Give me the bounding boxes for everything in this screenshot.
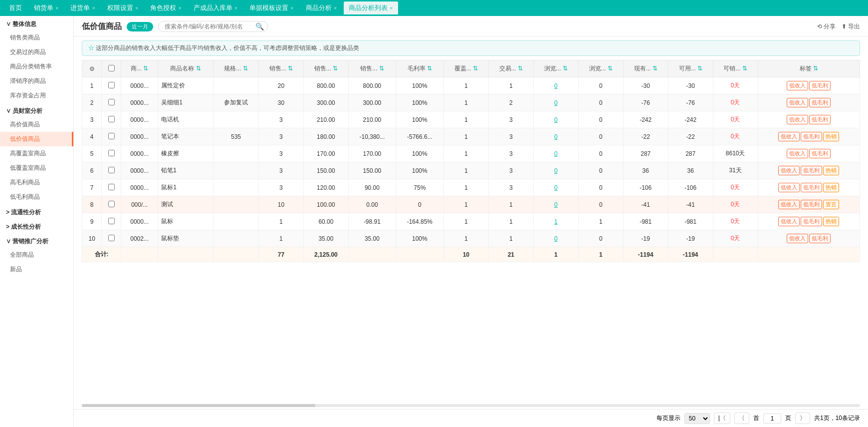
- col-tags[interactable]: 标签 ⇅: [758, 60, 860, 77]
- table-row: 6 0000... 铅笔1 3 150.00 150.00 100% 1 3 0…: [82, 162, 860, 179]
- row-checkbox[interactable]: [102, 145, 121, 162]
- col-checkbox[interactable]: [102, 60, 121, 77]
- row-name: 鼠标垫: [158, 230, 214, 247]
- col-s2[interactable]: 销售... ⇅: [303, 60, 348, 77]
- next-page-button[interactable]: 〉: [795, 413, 810, 424]
- horizontal-scrollbar[interactable]: [74, 402, 868, 409]
- row-cov: 1: [443, 111, 488, 128]
- row-gross: -5766.6...: [396, 128, 443, 145]
- sidebar-item-低价值商品[interactable]: 低价值商品: [0, 132, 73, 146]
- sidebar-item-交易过的商品[interactable]: 交易过的商品: [0, 45, 73, 59]
- row-stock1: -981: [623, 213, 668, 230]
- sidebar-item-高毛利商品[interactable]: 高毛利商品: [0, 175, 73, 190]
- sidebar-item-全部商品[interactable]: 全部商品: [0, 248, 73, 262]
- sidebar-group-> 成长性分析[interactable]: > 成长性分析: [0, 219, 73, 233]
- data-table: ⚙ 商... ⇅ 商品名称 ⇅ 规格... ⇅ 销售... ⇅ 销售... ⇅ …: [82, 60, 860, 262]
- nav-item-销货单[interactable]: 销货单×: [29, 1, 63, 14]
- sidebar-item-低毛利商品[interactable]: 低毛利商品: [0, 190, 73, 204]
- sidebar-item-商品分类销售率[interactable]: 商品分类销售率: [0, 59, 73, 74]
- row-s3: 0.00: [348, 196, 396, 213]
- sidebar-item-销售类商品[interactable]: 销售类商品: [0, 30, 73, 45]
- col-spec[interactable]: 规格... ⇅: [214, 60, 259, 77]
- close-icon[interactable]: ×: [290, 5, 293, 11]
- col-s3[interactable]: 销售... ⇅: [348, 60, 396, 77]
- sidebar-item-高价值商品[interactable]: 高价值商品: [0, 117, 73, 132]
- sidebar-group-∨ 员财室分析[interactable]: ∨ 员财室分析: [0, 103, 73, 117]
- row-checkbox[interactable]: [102, 230, 121, 247]
- col-gross[interactable]: 毛利率 ⇅: [396, 60, 443, 77]
- table-row: 9 0000... 鼠标 1 60.00 -98.91 -164.85% 1 1…: [82, 213, 860, 230]
- sidebar-item-低覆盖室商品[interactable]: 低覆盖室商品: [0, 161, 73, 175]
- prev-page-button[interactable]: 〈: [734, 413, 749, 424]
- row-checkbox[interactable]: [102, 111, 121, 128]
- nav-item-单据模板设置[interactable]: 单据模板设置×: [244, 1, 298, 14]
- col-settings[interactable]: ⚙: [82, 60, 102, 77]
- close-icon[interactable]: ×: [234, 5, 237, 11]
- table-wrap[interactable]: ⚙ 商... ⇅ 商品名称 ⇅ 规格... ⇅ 销售... ⇅ 销售... ⇅ …: [74, 60, 868, 402]
- search-icon[interactable]: 🔍: [255, 22, 264, 30]
- sidebar-group-> 流通性分析[interactable]: > 流通性分析: [0, 204, 73, 219]
- close-icon[interactable]: ×: [334, 5, 337, 11]
- sidebar-item-滞销序的商品[interactable]: 滞销序的商品: [0, 74, 73, 88]
- sidebar-group-∨ 整体信息[interactable]: ∨ 整体信息: [0, 16, 73, 30]
- share-button[interactable]: ⟲ 分享: [817, 22, 836, 31]
- col-s1[interactable]: 销售... ⇅: [258, 60, 303, 77]
- close-icon[interactable]: ×: [55, 5, 58, 11]
- row-checkbox[interactable]: [102, 128, 121, 145]
- row-s3: 35.00: [348, 230, 396, 247]
- row-stock1: 287: [623, 145, 668, 162]
- row-trade: 3: [488, 128, 533, 145]
- row-no: 6: [82, 162, 102, 179]
- sidebar-item-新品[interactable]: 新品: [0, 262, 73, 277]
- nav-item-商品分析列表[interactable]: 商品分析列表×: [344, 1, 398, 14]
- row-gross: 100%: [396, 162, 443, 179]
- col-stock2[interactable]: 可用... ⇅: [668, 60, 713, 77]
- nav-item-商品分析[interactable]: 商品分析×: [301, 1, 342, 14]
- row-trade: 3: [488, 162, 533, 179]
- row-tags: 低收入低毛利热销: [758, 128, 860, 145]
- row-checkbox[interactable]: [102, 94, 121, 111]
- export-button[interactable]: ⬆ 导出: [842, 22, 860, 31]
- col-stock1[interactable]: 现有... ⇅: [623, 60, 668, 77]
- row-spec: [214, 230, 259, 247]
- row-checkbox[interactable]: [102, 162, 121, 179]
- close-icon[interactable]: ×: [178, 5, 181, 11]
- page-label: 首: [753, 414, 759, 423]
- nav-item-首页[interactable]: 首页: [4, 1, 27, 14]
- row-checkbox[interactable]: [102, 196, 121, 213]
- close-icon[interactable]: ×: [92, 5, 95, 11]
- row-stock2: -981: [668, 213, 713, 230]
- search-wrap: 🔍: [158, 21, 268, 32]
- first-page-button[interactable]: |〈: [714, 413, 730, 424]
- nav-item-角色授权[interactable]: 角色授权×: [145, 1, 186, 14]
- page-input[interactable]: [763, 414, 781, 424]
- row-cov: 1: [443, 162, 488, 179]
- nav-item-进货单[interactable]: 进货单×: [65, 1, 100, 14]
- col-name[interactable]: 商品名称 ⇅: [158, 60, 214, 77]
- row-name: 鼠标1: [158, 179, 214, 196]
- row-cov: 1: [443, 230, 488, 247]
- col-browse2[interactable]: 浏览... ⇅: [578, 60, 623, 77]
- col-cov[interactable]: 覆盖... ⇅: [443, 60, 488, 77]
- nav-item-产成品入库单[interactable]: 产成品入库单×: [189, 1, 242, 14]
- sidebar-item-库存资金占用[interactable]: 库存资金占用: [0, 88, 73, 103]
- row-checkbox[interactable]: [102, 179, 121, 196]
- nav-item-权限设置[interactable]: 权限设置×: [102, 1, 143, 14]
- row-browse1: 0: [533, 230, 578, 247]
- col-trade[interactable]: 交易... ⇅: [488, 60, 533, 77]
- row-checkbox[interactable]: [102, 213, 121, 230]
- close-icon[interactable]: ×: [135, 5, 138, 11]
- row-checkbox[interactable]: [102, 77, 121, 94]
- select-all-checkbox[interactable]: [108, 65, 115, 71]
- total-browse2: 1: [578, 247, 623, 262]
- table-row: 3 0000... 电话机 3 210.00 210.00 100% 1 3 0…: [82, 111, 860, 128]
- sidebar-group-∨ 营销推广分析[interactable]: ∨ 营销推广分析: [0, 233, 73, 248]
- per-page-select[interactable]: 50 100: [684, 413, 710, 424]
- period-button[interactable]: 近一月: [127, 22, 153, 31]
- col-code[interactable]: 商... ⇅: [121, 60, 158, 77]
- col-browse1[interactable]: 浏览... ⇅: [533, 60, 578, 77]
- close-icon[interactable]: ×: [390, 5, 393, 11]
- col-stock3[interactable]: 可销... ⇅: [713, 60, 758, 77]
- sidebar-item-高覆盖室商品[interactable]: 高覆盖室商品: [0, 146, 73, 161]
- search-input[interactable]: [158, 21, 268, 32]
